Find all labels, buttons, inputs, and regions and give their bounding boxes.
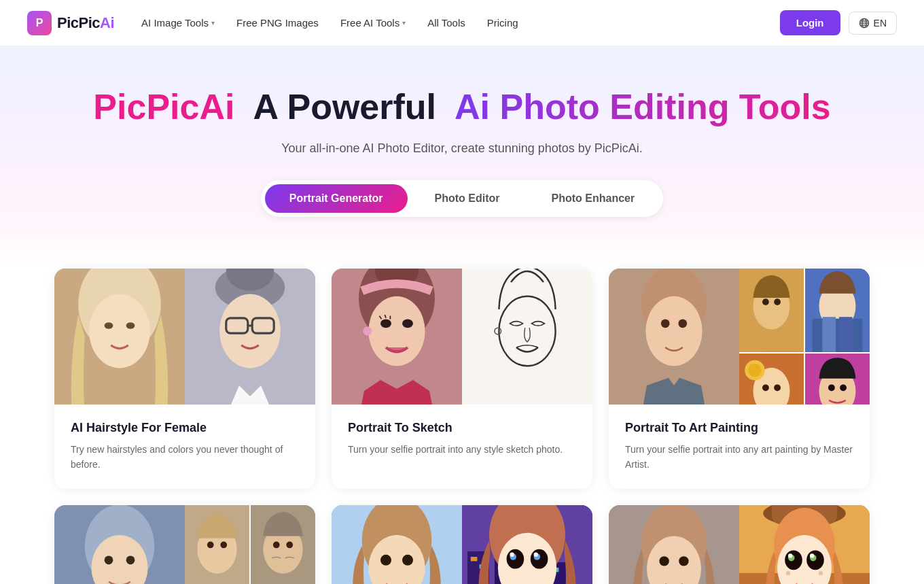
nav-item-free-png[interactable]: Free PNG Images [236,17,319,29]
navbar: P PicPicAi AI Image Tools ▾ Free PNG Ima… [0,0,924,46]
login-button[interactable]: Login [780,10,840,35]
card-anime[interactable]: AI Anime Generator Convert your portrait… [609,505,870,584]
svg-point-48 [762,384,769,391]
card-age-variants [185,505,315,584]
logo-icon: P [27,11,52,35]
svg-point-49 [774,384,781,391]
card-cartoon[interactable]: AI Cartoon Generator Transform your phot… [332,505,592,584]
lang-label: EN [874,18,887,29]
svg-point-26 [363,326,372,335]
card-hairstyle-desc: Try new hairstyles and colors you never … [71,442,299,473]
card-art-style-2 [805,269,870,352]
hero-subtitle: Your all-in-one AI Photo Editor, create … [27,141,897,156]
card-art-style-1 [739,269,804,352]
card-age-var-2 [251,505,315,584]
card-hairstyle-title: AI Hairstyle For Female [71,421,299,435]
logo-icon-letter: P [36,17,43,29]
tabs: Portrait Generator Photo Editor Photo En… [261,180,663,217]
nav-left: P PicPicAi AI Image Tools ▾ Free PNG Ima… [27,11,518,35]
card-cartoon-image [332,505,592,584]
svg-rect-41 [813,318,863,351]
svg-point-13 [219,294,281,368]
svg-point-66 [286,541,293,548]
nav-links: AI Image Tools ▾ Free PNG Images Free AI… [141,17,518,29]
card-age-photo [54,505,185,584]
svg-point-21 [380,319,391,328]
svg-point-119 [810,553,814,557]
svg-point-58 [126,555,135,564]
svg-point-65 [273,541,280,548]
logo[interactable]: P PicPicAi [27,11,114,35]
tab-portrait-generator[interactable]: Portrait Generator [265,184,408,213]
svg-rect-87 [471,557,478,561]
nav-item-pricing[interactable]: Pricing [487,17,518,29]
card-hairstyle-after [185,269,315,405]
tabs-container: Portrait Generator Photo Editor Photo En… [27,180,897,217]
svg-point-62 [220,541,227,548]
language-selector[interactable]: EN [849,12,897,35]
card-sketch-photo [332,269,462,405]
globe-icon [859,18,870,29]
card-hairstyle[interactable]: AI Hairstyle For Female Try new hairstyl… [54,269,315,489]
cards-section: AI Hairstyle For Female Try new hairstyl… [27,269,897,584]
svg-point-22 [402,319,413,328]
svg-point-38 [774,298,781,305]
svg-point-32 [645,296,702,366]
svg-point-9 [126,322,135,329]
svg-point-118 [788,553,792,557]
chevron-down-icon-2: ▾ [402,19,406,27]
nav-item-all-tools[interactable]: All Tools [427,17,465,29]
svg-point-104 [659,556,669,566]
svg-point-80 [380,554,391,565]
svg-rect-43 [839,317,853,352]
hero-brand: PicPicAi [93,87,234,126]
svg-point-8 [105,322,113,329]
svg-point-33 [661,319,670,328]
card-sketch[interactable]: Portrait To Sketch Turn your selfie port… [332,269,592,489]
svg-point-121 [819,570,823,574]
card-cartoon-photo [332,505,462,584]
card-age[interactable]: AI Age Progression See yourself at diffe… [54,505,315,584]
tab-photo-enhancer[interactable]: Photo Enhancer [527,184,660,213]
hero-gradient-text: Ai Photo Editing Tools [455,87,831,126]
card-anime-result [739,505,870,584]
card-art-body: Portrait To Art Painting Turn your selfi… [609,405,870,489]
card-sketch-image [332,269,592,405]
svg-point-34 [678,319,687,328]
hero-title: PicPicAi A Powerful Ai Photo Editing Too… [27,87,897,128]
card-art-style-3 [739,354,804,405]
svg-point-20 [368,296,425,366]
card-cartoon-result [462,505,592,584]
nav-item-ai-image-tools[interactable]: AI Image Tools ▾ [141,17,215,29]
card-sketch-body: Portrait To Sketch Turn your selfie port… [332,405,592,473]
card-art-style-4 [805,354,870,405]
card-age-var-1 [185,505,249,584]
svg-point-57 [105,555,113,564]
logo-text: PicPicAi [57,14,114,32]
svg-point-120 [786,570,790,574]
svg-point-98 [510,552,514,556]
card-art-image [609,269,870,405]
svg-rect-27 [462,269,592,405]
card-sketch-drawing [462,269,592,405]
svg-point-37 [762,298,769,305]
card-hairstyle-before [54,269,185,405]
card-art[interactable]: Portrait To Art Painting Turn your selfi… [609,269,870,489]
card-art-desc: Turn your selfie portrait into any art p… [625,442,853,473]
cards-grid: AI Hairstyle For Female Try new hairstyl… [54,269,870,584]
svg-point-81 [402,554,413,565]
card-anime-photo [609,505,739,584]
card-age-image [54,505,315,584]
card-anime-image [609,505,870,584]
svg-point-53 [840,384,847,391]
card-hairstyle-image [54,269,315,405]
svg-point-105 [679,556,688,566]
svg-point-7 [89,294,150,368]
tab-photo-editor[interactable]: Photo Editor [410,184,525,213]
nav-item-free-ai-tools[interactable]: Free AI Tools ▾ [340,17,406,29]
card-art-title: Portrait To Art Painting [625,421,853,435]
card-hairstyle-body: AI Hairstyle For Female Try new hairstyl… [54,405,315,489]
svg-rect-42 [822,317,836,352]
card-sketch-desc: Turn your selfie portrait into any style… [348,442,576,457]
svg-point-47 [748,363,762,377]
